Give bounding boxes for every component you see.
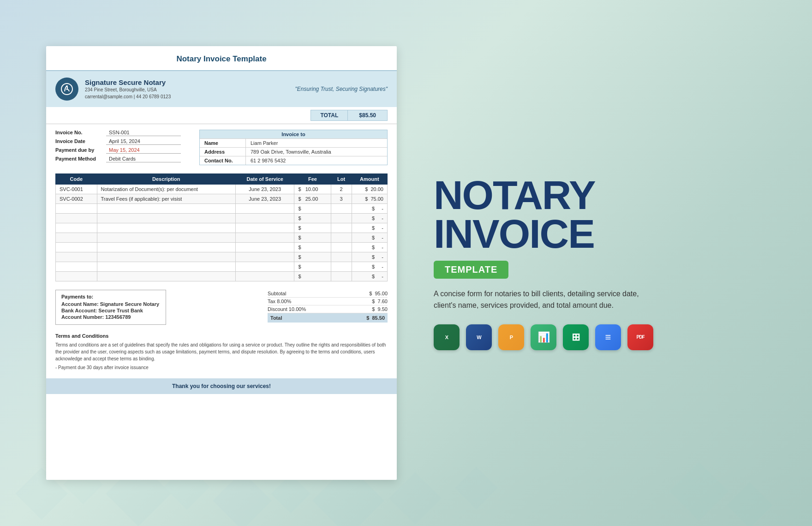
- account-name-label: Account Name:: [61, 301, 99, 307]
- discount-value: $ 9.50: [372, 306, 388, 312]
- terms-title: Terms and Conditions: [55, 333, 388, 339]
- service-fee: $ 10.00: [294, 185, 331, 194]
- account-name-row: Account Name: Signature Secure Notary: [61, 301, 160, 307]
- payment-due-label: Payment due by: [55, 147, 106, 154]
- terms-section: Terms and Conditions Terms and condition…: [46, 329, 397, 375]
- subtotal-label: Subtotal: [268, 291, 286, 296]
- pdf-icon[interactable]: PDF: [627, 324, 653, 350]
- invoice-date-value: April 15, 2024: [106, 138, 181, 145]
- discount-row: Discount 10.00% $ 9.50: [268, 305, 388, 313]
- table-row: SVC-0001 Notarization of Document(s): pe…: [56, 185, 388, 194]
- sheets-icon[interactable]: ⊞: [563, 324, 589, 350]
- client-contact-row: Contact No. 61 2 9876 5432: [200, 156, 387, 165]
- company-tagline: "Ensuring Trust, Securing Signatures": [295, 86, 388, 92]
- docs-icon[interactable]: ≡: [595, 324, 621, 350]
- bank-row: Bank Account: Secure Trust Bank: [61, 308, 160, 313]
- company-name: Signature Secure Notary: [85, 78, 171, 86]
- meta-left: Invoice No. SSN-001 Invoice Date April 1…: [55, 130, 181, 165]
- services-table: Code Description Date of Service Fee Lot…: [55, 173, 388, 281]
- invoice-no-value: SSN-001: [106, 130, 181, 136]
- payments-box: Payments to: Account Name: Signature Sec…: [55, 290, 166, 325]
- payment-method-value: Debit Cards: [106, 156, 181, 162]
- meta-right: Invoice to Name Liam Parker Address 789 …: [199, 130, 388, 165]
- bank-label: Bank Account:: [61, 308, 97, 313]
- invoice-date-row: Invoice Date April 15, 2024: [55, 138, 181, 145]
- payment-method-row: Payment Method Debit Cards: [55, 156, 181, 162]
- client-name-row: Name Liam Parker: [200, 138, 387, 147]
- bank-value: Secure Trust Bank: [98, 308, 143, 313]
- table-row-empty: $$ -: [56, 214, 388, 223]
- total-bar: TOTAL $85.50: [46, 107, 397, 124]
- description-text: A concise form for notaries to bill clie…: [434, 288, 655, 311]
- grand-total-value: $ 85.50: [366, 315, 385, 321]
- service-date: June 23, 2023: [235, 185, 294, 194]
- client-name-label: Name: [200, 139, 246, 147]
- service-desc: Notarization of Document(s): per documen…: [97, 185, 235, 194]
- big-title-line1: NOTARY: [434, 176, 595, 215]
- company-header: Signature Secure Notary 234 Pine Street,…: [46, 71, 397, 107]
- terms-body: Terms and conditions are a set of guidel…: [55, 341, 388, 362]
- payments-title: Payments to:: [61, 294, 160, 299]
- account-number-label: Account Number:: [61, 314, 104, 320]
- service-lot: 3: [331, 194, 352, 204]
- svg-point-1: [66, 85, 68, 87]
- discount-label: Discount 10.00%: [268, 306, 306, 312]
- table-row-empty: $$ -: [56, 233, 388, 243]
- total-value: $85.50: [348, 110, 387, 120]
- col-fee: Fee: [294, 174, 331, 185]
- tax-label: Tax 8.00%: [268, 299, 291, 304]
- payment-due-value: May 15, 2024: [106, 147, 181, 154]
- account-number-row: Account Number: 123456789: [61, 314, 160, 320]
- company-logo: [55, 78, 78, 101]
- company-info: Signature Secure Notary 234 Pine Street,…: [85, 78, 171, 100]
- total-label: TOTAL: [311, 110, 348, 120]
- subtotal-value: $ 95.00: [369, 291, 388, 296]
- subtotal-row: Subtotal $ 95.00: [268, 290, 388, 298]
- table-row: SVC-0002 Travel Fees (if applicable): pe…: [56, 194, 388, 204]
- client-name-value: Liam Parker: [246, 139, 282, 147]
- company-contact: carrental@sample.com | 44 20 6789 0123: [85, 93, 171, 100]
- client-address-label: Address: [200, 148, 246, 156]
- table-row-empty: $$ -: [56, 204, 388, 214]
- col-date: Date of Service: [235, 174, 294, 185]
- excel-icon[interactable]: X: [434, 324, 460, 350]
- col-code: Code: [56, 174, 97, 185]
- big-title-line2: INVOICE: [434, 215, 595, 253]
- invoice-no-row: Invoice No. SSN-001: [55, 130, 181, 136]
- invoice-to-header: Invoice to: [200, 130, 387, 138]
- service-lot: 2: [331, 185, 352, 194]
- service-amount: $ 20.00: [352, 185, 387, 194]
- service-amount: $ 75.00: [352, 194, 387, 204]
- table-row-empty: $$ -: [56, 272, 388, 281]
- client-contact-value: 61 2 9876 5432: [246, 156, 290, 165]
- tax-value: $ 7.60: [372, 299, 388, 304]
- pages-icon[interactable]: P: [498, 324, 524, 350]
- big-title: NOTARY INVOICE: [434, 176, 595, 253]
- service-fee: $ 25.00: [294, 194, 331, 204]
- table-row-empty: $$ -: [56, 223, 388, 233]
- company-left: Signature Secure Notary 234 Pine Street,…: [55, 78, 171, 101]
- col-amount: Amount: [352, 174, 387, 185]
- company-address: 234 Pine Street, Boroughville, USA: [85, 86, 171, 93]
- numbers-icon[interactable]: 📊: [531, 324, 556, 350]
- table-row-empty: $$ -: [56, 262, 388, 272]
- document-footer: Thank you for choosing our services!: [46, 378, 397, 394]
- client-address-value: 789 Oak Drive, Townsville, Australia: [246, 148, 336, 156]
- table-row-empty: $$ -: [56, 252, 388, 262]
- total-bar-inner: TOTAL $85.50: [310, 110, 388, 121]
- subtotal-section: Subtotal $ 95.00 Tax 8.00% $ 7.60 Discou…: [175, 290, 388, 325]
- invoice-no-label: Invoice No.: [55, 130, 106, 136]
- service-code: SVC-0001: [56, 185, 97, 194]
- bottom-section: Payments to: Account Name: Signature Sec…: [46, 286, 397, 329]
- payment-method-label: Payment Method: [55, 156, 106, 162]
- account-name-value: Signature Secure Notary: [100, 301, 159, 307]
- col-lot: Lot: [331, 174, 352, 185]
- total-row: Total $ 85.50: [268, 313, 388, 323]
- invoice-meta: Invoice No. SSN-001 Invoice Date April 1…: [46, 124, 397, 169]
- table-row-empty: $$ -: [56, 243, 388, 252]
- service-desc: Travel Fees (if applicable): per visist: [97, 194, 235, 204]
- word-icon[interactable]: W: [466, 324, 492, 350]
- client-contact-label: Contact No.: [200, 156, 246, 165]
- tax-row: Tax 8.00% $ 7.60: [268, 298, 388, 305]
- account-number-value: 123456789: [105, 314, 131, 320]
